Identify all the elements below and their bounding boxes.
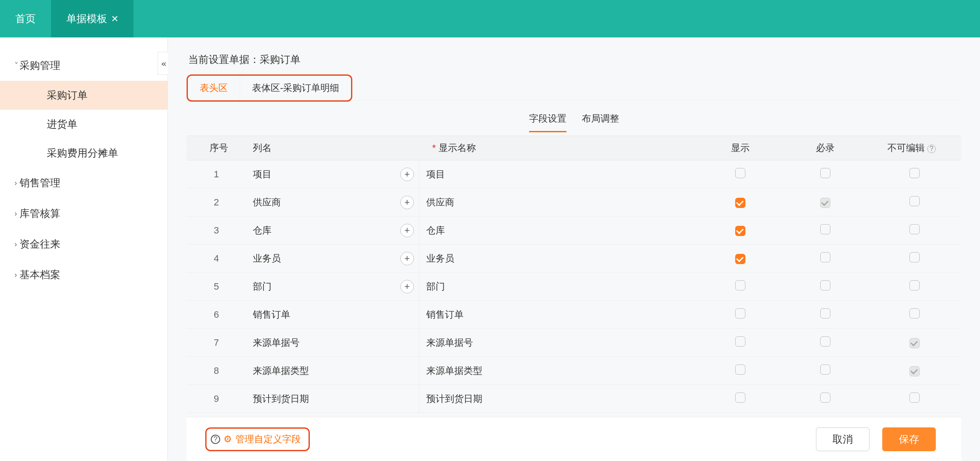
close-icon[interactable]: × <box>111 13 118 25</box>
cell-required <box>783 393 868 405</box>
manage-custom-fields-button[interactable]: ? ⚙ 管理自定义字段 <box>205 427 310 451</box>
cell-display-name[interactable]: 供应商 <box>419 196 698 209</box>
save-button[interactable]: 保存 <box>882 427 936 451</box>
checkbox-show[interactable] <box>735 198 745 208</box>
checkbox-readonly[interactable] <box>909 196 920 206</box>
checkbox-required[interactable] <box>820 308 830 319</box>
checkbox-show[interactable] <box>735 393 745 403</box>
checkbox-required[interactable] <box>820 280 830 290</box>
sidebar-group-label: 资金往来 <box>20 237 60 251</box>
cell-display-name[interactable]: 来源单据类型 <box>419 364 698 377</box>
th-column-name: 列名 <box>246 142 419 154</box>
sidebar-group-基本档案[interactable]: ›基本档案 <box>0 259 167 290</box>
checkbox-readonly[interactable] <box>909 393 920 403</box>
sidebar-group-资金往来[interactable]: ›资金往来 <box>0 229 167 259</box>
add-button[interactable]: + <box>400 224 414 237</box>
checkbox-required[interactable] <box>820 224 830 234</box>
checkbox-readonly[interactable] <box>909 308 920 319</box>
checkbox-required[interactable] <box>820 168 830 178</box>
manage-custom-fields-label: 管理自定义字段 <box>235 433 301 446</box>
cell-column-name: 业务员+ <box>246 245 419 272</box>
sidebar-group-采购管理[interactable]: ˅采购管理 <box>0 50 167 81</box>
cell-column-name: 供应商+ <box>246 188 419 216</box>
cell-readonly <box>868 196 961 209</box>
footer-bar: ? ⚙ 管理自定义字段 取消 保存 <box>187 417 961 461</box>
cell-index: 9 <box>187 393 246 404</box>
cell-required <box>783 280 868 293</box>
chevron-right-icon: › <box>14 270 17 279</box>
checkbox-readonly[interactable] <box>909 168 920 178</box>
checkbox-readonly[interactable] <box>909 224 920 234</box>
table-row: 1项目+项目 <box>187 160 961 188</box>
tab-home[interactable]: 首页 <box>0 0 51 37</box>
cell-required <box>783 308 868 321</box>
content-area: « ˅采购管理采购订单进货单采购费用分摊单›销售管理›库管核算›资金往来›基本档… <box>0 37 980 461</box>
cell-show <box>698 364 783 377</box>
cell-display-name[interactable]: 来源单据号 <box>419 336 698 349</box>
table-row: 4业务员+业务员 <box>187 245 961 273</box>
checkbox-show[interactable] <box>735 308 745 319</box>
sub-tab-字段设置[interactable]: 字段设置 <box>529 110 566 132</box>
add-button[interactable]: + <box>400 196 414 209</box>
cell-display-name[interactable]: 项目 <box>419 168 698 181</box>
zone-tab-表体区-采购订单明细[interactable]: 表体区-采购订单明细 <box>240 76 351 100</box>
add-button[interactable]: + <box>400 280 414 293</box>
cell-required <box>783 168 868 181</box>
cell-display-name[interactable]: 仓库 <box>419 224 698 237</box>
add-button[interactable]: + <box>400 252 414 265</box>
cell-index: 7 <box>187 337 246 348</box>
sidebar-item-采购订单[interactable]: 采购订单 <box>0 81 167 110</box>
cell-index: 3 <box>187 225 246 236</box>
add-button[interactable]: + <box>400 168 414 181</box>
tab-document-template[interactable]: 单据模板 × <box>51 0 133 37</box>
table-row: 8来源单据类型来源单据类型 <box>187 357 961 385</box>
sidebar-item-进货单[interactable]: 进货单 <box>0 110 167 139</box>
cell-show <box>698 253 783 264</box>
cell-display-name[interactable]: 销售订单 <box>419 308 698 321</box>
checkbox-show[interactable] <box>735 280 745 290</box>
sidebar-group-销售管理[interactable]: ›销售管理 <box>0 168 167 198</box>
checkbox-required[interactable] <box>820 336 830 347</box>
checkbox-readonly <box>909 366 920 376</box>
checkbox-required <box>820 198 830 208</box>
cancel-button[interactable]: 取消 <box>816 427 870 451</box>
sub-tab-布局调整[interactable]: 布局调整 <box>582 110 619 132</box>
zone-tabs: 表头区表体区-采购订单明细 <box>187 75 961 100</box>
cell-index: 2 <box>187 197 246 208</box>
cell-index: 5 <box>187 281 246 292</box>
checkbox-readonly[interactable] <box>909 252 920 262</box>
sidebar-group-库管核算[interactable]: ›库管核算 <box>0 198 167 229</box>
cell-show <box>698 393 783 405</box>
cell-required <box>783 252 868 265</box>
cell-display-name[interactable]: 部门 <box>419 280 698 293</box>
checkbox-show[interactable] <box>735 364 745 375</box>
cell-readonly <box>868 252 961 265</box>
checkbox-readonly[interactable] <box>909 280 920 290</box>
help-icon[interactable]: ? <box>927 145 936 153</box>
zone-tab-表头区[interactable]: 表头区 <box>188 76 240 100</box>
table-row: 7来源单据号来源单据号 <box>187 329 961 357</box>
cell-column-name: 项目+ <box>246 160 419 188</box>
chevron-right-icon: › <box>14 209 17 218</box>
cell-column-name: 预计到货日期 <box>246 385 419 413</box>
checkbox-show[interactable] <box>735 336 745 347</box>
field-table: 序号 列名 *显示名称 显示 必录 不可编辑? 1项目+项目2供应商+供应商3仓… <box>187 136 961 417</box>
sub-tabs: 字段设置布局调整 <box>187 110 961 132</box>
chevron-down-icon: ˅ <box>14 61 18 70</box>
checkbox-show[interactable] <box>735 254 745 264</box>
cell-display-name[interactable]: 业务员 <box>419 252 698 265</box>
cell-index: 6 <box>187 309 246 320</box>
checkbox-show[interactable] <box>735 226 745 236</box>
checkbox-required[interactable] <box>820 393 830 403</box>
sidebar-item-采购费用分摊单[interactable]: 采购费用分摊单 <box>0 139 167 168</box>
checkbox-show[interactable] <box>735 168 745 178</box>
chevron-right-icon: › <box>14 179 17 188</box>
th-readonly: 不可编辑? <box>868 142 961 154</box>
table-row: 2供应商+供应商 <box>187 188 961 216</box>
checkbox-required[interactable] <box>820 364 830 375</box>
cell-readonly <box>868 168 961 181</box>
cell-display-name[interactable]: 预计到货日期 <box>419 393 698 405</box>
table-row: 9预计到货日期预计到货日期 <box>187 385 961 413</box>
checkbox-readonly <box>909 338 920 348</box>
checkbox-required[interactable] <box>820 252 830 262</box>
